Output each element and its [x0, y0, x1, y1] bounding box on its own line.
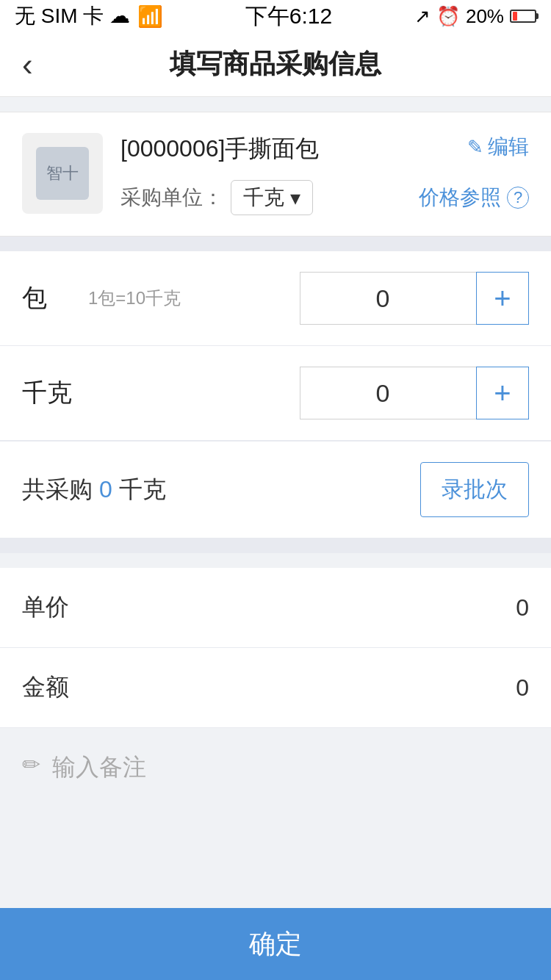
section-separator-1	[0, 237, 551, 251]
amount-label: 金额	[22, 671, 516, 704]
edit-label: 编辑	[488, 133, 529, 161]
summary-unit: 千克	[119, 476, 166, 502]
bao-plus-button[interactable]: +	[476, 272, 529, 325]
page-title: 填写商品采购信息	[170, 46, 381, 82]
summary-text: 共采购 0 千克	[22, 474, 420, 506]
unit-select-dropdown[interactable]: 千克 ▾	[231, 180, 313, 215]
unit-price-label: 单价	[22, 591, 516, 624]
status-left: 无 SIM 卡 ☁ 📶	[15, 2, 163, 30]
bao-input-row: 包 1包=10千克 +	[0, 251, 551, 346]
kg-qty-input-wrap: +	[300, 367, 529, 419]
confirm-button-label: 确定	[249, 926, 302, 962]
remark-section[interactable]: ✏ 输入备注	[0, 728, 551, 816]
status-time: 下午6:12	[245, 1, 332, 32]
unit-price-row: 单价 0	[0, 568, 551, 648]
location-icon: ↗	[414, 5, 431, 28]
unit-prefix-label: 采购单位：	[120, 184, 223, 212]
summary-row: 共采购 0 千克 录批次	[0, 441, 551, 538]
back-button[interactable]: ‹	[22, 48, 33, 81]
product-logo: 智十	[36, 147, 89, 200]
bao-qty-input-wrap: +	[300, 272, 529, 325]
price-reference-button[interactable]: 价格参照 ?	[419, 184, 529, 212]
kg-plus-button[interactable]: +	[476, 367, 529, 419]
product-card: 智十 [0000006]手撕面包 ✎ 编辑 采购单位： 千克 ▾ 价格参照 ?	[0, 112, 551, 237]
kg-label: 千克	[22, 376, 81, 410]
unit-value: 千克	[243, 184, 284, 212]
no-sim-label: 无 SIM 卡 ☁	[15, 2, 130, 30]
product-name: [0000006]手撕面包	[120, 133, 319, 165]
edit-icon: ✎	[467, 136, 483, 159]
pencil-icon: ✏	[22, 752, 40, 777]
unit-price-value: 0	[516, 594, 529, 621]
remark-placeholder: 输入备注	[52, 752, 146, 784]
product-info: [0000006]手撕面包 ✎ 编辑 采购单位： 千克 ▾ 价格参照 ?	[120, 133, 529, 215]
bao-sublabel: 1包=10千克	[88, 287, 181, 310]
status-bar: 无 SIM 卡 ☁ 📶 下午6:12 ↗ ⏰ 20%	[0, 0, 551, 32]
dropdown-arrow-icon: ▾	[290, 186, 300, 210]
summary-amount: 0	[99, 476, 112, 502]
bao-qty-input[interactable]	[300, 272, 476, 325]
battery-pct: 20%	[466, 5, 504, 28]
product-top-row: [0000006]手撕面包 ✎ 编辑	[120, 133, 529, 165]
edit-button[interactable]: ✎ 编辑	[467, 133, 529, 161]
amount-row: 金额 0	[0, 648, 551, 728]
wifi-icon: 📶	[137, 4, 163, 29]
battery-icon	[510, 10, 536, 23]
price-ref-help-icon: ?	[507, 187, 529, 209]
nav-bar: ‹ 填写商品采购信息	[0, 32, 551, 97]
status-right: ↗ ⏰ 20%	[414, 5, 536, 28]
section-separator-2	[0, 538, 551, 553]
price-info-section: 单价 0 金额 0	[0, 568, 551, 728]
confirm-button[interactable]: 确定	[0, 908, 551, 980]
bao-label: 包	[22, 281, 81, 315]
product-thumbnail: 智十	[22, 133, 103, 214]
batch-record-button[interactable]: 录批次	[420, 462, 529, 517]
kg-qty-input[interactable]	[300, 367, 476, 419]
kg-input-row: 千克 +	[0, 346, 551, 441]
alarm-icon: ⏰	[436, 5, 460, 28]
product-unit-row: 采购单位： 千克 ▾ 价格参照 ?	[120, 180, 529, 215]
summary-prefix: 共采购	[22, 476, 93, 502]
amount-value: 0	[516, 674, 529, 702]
price-ref-label: 价格参照	[419, 184, 501, 212]
quantity-input-section: 包 1包=10千克 + 千克 + 共采购 0 千克 录批次	[0, 251, 551, 538]
